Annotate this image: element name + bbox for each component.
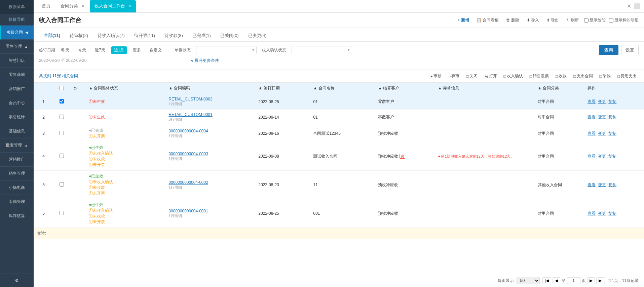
sidebar-item-online-store[interactable]: 零售商城 — [0, 68, 34, 82]
close-btn[interactable]: □ 关闭 — [464, 73, 479, 80]
select-all-checkbox[interactable] — [60, 86, 64, 90]
show-detail-checkbox-label[interactable]: 显示标的明细 — [609, 17, 639, 23]
setting-button[interactable]: 设置 — [621, 45, 639, 55]
confirm-status-select[interactable] — [292, 46, 352, 54]
page-last-btn[interactable]: ▶| — [596, 277, 605, 284]
show-fields-checkbox[interactable] — [584, 18, 589, 23]
row-checkbox[interactable] — [60, 131, 64, 135]
sidebar-item-basic-info[interactable]: 基础信息 — [0, 124, 34, 138]
row-checkbox[interactable] — [60, 115, 64, 119]
gear-settings-icon[interactable]: ⚙ — [73, 86, 77, 91]
window-close-icon[interactable]: ✕ — [627, 3, 631, 9]
export-button[interactable]: ⬆ 导出 — [544, 16, 561, 24]
page-next-btn[interactable]: ▶ — [587, 277, 595, 284]
sub-tab-closed[interactable]: 已关闭(0) — [216, 31, 243, 41]
row-checkbox[interactable] — [60, 154, 64, 158]
op-查看-link[interactable]: 查看 — [588, 182, 596, 187]
import-button[interactable]: ⬇ 导入 — [525, 16, 541, 24]
th-gear[interactable]: ⚙ — [70, 83, 85, 94]
cell-checkbox[interactable] — [53, 110, 70, 125]
sub-tab-all[interactable]: 全部(11) — [39, 31, 65, 41]
tab-close-contract-cat[interactable]: ✕ — [81, 4, 84, 8]
sidebar-search[interactable]: 搜索菜单 — [0, 0, 34, 14]
tab-contract-cat[interactable]: 合同分类 ✕ — [56, 0, 89, 12]
sub-tab-changed[interactable]: 已变更(4) — [243, 31, 271, 41]
receipt-btn[interactable]: □ 收款 — [554, 73, 569, 80]
op-查看-link[interactable]: 查看 — [588, 211, 596, 216]
refresh-button[interactable]: ↻ 刷新 — [564, 16, 581, 24]
tab-income-workbench[interactable]: 收入合同工作台 ✕ — [90, 0, 136, 12]
op-查看-link[interactable]: 查看 — [588, 154, 596, 159]
code-link[interactable]: 0000000000004-0003 — [168, 152, 208, 156]
cell-checkbox[interactable] — [53, 125, 70, 142]
sidebar-item-purchase[interactable]: 采购管理 — [0, 195, 34, 209]
sidebar-item-xiaochange[interactable]: 小畅电商 — [0, 181, 34, 195]
date-btn-yesterday[interactable]: 昨天 — [59, 46, 72, 54]
new-button[interactable]: + 新增 — [456, 16, 471, 24]
date-btn-7days[interactable]: 近7天 — [92, 46, 108, 54]
sidebar-item-project[interactable]: 项目合同 ◀ — [0, 26, 34, 40]
doc-status-select[interactable] — [196, 46, 257, 54]
sidebar-item-smart-store[interactable]: 智慧门店 — [0, 54, 34, 68]
row-checkbox[interactable] — [60, 99, 64, 104]
op-变更-link[interactable]: 变更 — [598, 115, 606, 119]
op-复制-link[interactable]: 复制 — [608, 131, 616, 136]
abandon-btn[interactable]: ○ 弃审 — [446, 73, 461, 80]
cell-checkbox[interactable] — [53, 199, 70, 228]
code-link[interactable]: 0000000000004-0002 — [168, 180, 208, 185]
sidebar-item-wholesale[interactable]: 批发管理 ▲ — [0, 138, 34, 153]
op-查看-link[interactable]: 查看 — [588, 99, 596, 104]
op-查看-link[interactable]: 查看 — [588, 115, 596, 119]
sidebar-quick-nav[interactable]: 快捷导航 — [0, 14, 34, 26]
sub-tab-pending-review[interactable]: 待审核(2) — [65, 31, 93, 41]
row-checkbox[interactable] — [60, 182, 64, 187]
op-变更-link[interactable]: 变更 — [598, 211, 606, 216]
op-变更-link[interactable]: 变更 — [598, 154, 606, 159]
code-link[interactable]: 0000000000004-0001 — [168, 209, 208, 213]
sidebar-item-sales-mgr[interactable]: 销售管理 — [0, 167, 34, 181]
review-btn[interactable]: ● 审核 — [428, 73, 444, 80]
code-link[interactable]: 0000000000004-0004 — [168, 129, 208, 133]
print-btn[interactable]: 🖨 打开 — [482, 73, 499, 80]
sidebar-item-mkt-promo[interactable]: 营销推广 — [0, 153, 34, 167]
op-复制-link[interactable]: 复制 — [608, 211, 616, 216]
date-btn-more[interactable]: 更多 — [130, 46, 144, 54]
op-变更-link[interactable]: 变更 — [598, 182, 606, 187]
op-复制-link[interactable]: 复制 — [608, 182, 616, 187]
op-变更-link[interactable]: 变更 — [598, 99, 606, 104]
show-fields-checkbox-label[interactable]: 显示阶段 — [584, 17, 606, 23]
table-scroll-area[interactable]: ⚙ ▲ 合同整体状态 ▲ 合同编码 ▲ 签订日期 ▲ 合同名称 — [34, 83, 644, 274]
tab-close-income-workbench[interactable]: ✕ — [128, 4, 131, 8]
page-input[interactable] — [567, 277, 580, 284]
sub-tab-pending-receipt[interactable]: 待收款(8) — [160, 31, 188, 41]
sub-tab-pending-invoice[interactable]: 待开票(11) — [129, 31, 160, 41]
op-变更-link[interactable]: 变更 — [598, 131, 606, 136]
expense-out-btn[interactable]: □ 费用支出 — [615, 73, 639, 80]
cell-checkbox[interactable] — [53, 142, 70, 171]
purchase-btn[interactable]: □ 采购 — [598, 73, 613, 80]
tab-home[interactable]: 首页 — [37, 0, 55, 12]
page-size-select[interactable]: 50 100 200 — [517, 277, 540, 284]
sidebar-settings[interactable]: ⚙ — [0, 274, 34, 287]
sub-tab-done[interactable]: 已完成(1) — [188, 31, 216, 41]
code-link[interactable]: RETAIL_CUSTOM-0001 — [168, 112, 212, 117]
date-btn-today[interactable]: 今天 — [75, 46, 89, 54]
op-复制-link[interactable]: 复制 — [608, 154, 616, 159]
contract-board-button[interactable]: 📋 合同看板 — [475, 16, 501, 24]
sidebar-item-inventory[interactable]: 库存核算 — [0, 209, 34, 223]
op-查看-link[interactable]: 查看 — [588, 131, 596, 136]
sub-tab-pending-confirm[interactable]: 待收入确认(7) — [93, 31, 129, 41]
date-btn-1month[interactable]: 近1月 — [111, 46, 127, 54]
row-checkbox[interactable] — [60, 211, 64, 215]
sidebar-item-member[interactable]: 会员中心 — [0, 96, 34, 110]
code-link[interactable]: RETAIL_CUSTOM-0003 — [168, 97, 212, 101]
sidebar-item-retail[interactable]: 零售管理 ▲ — [0, 40, 34, 54]
sales-invoice-btn[interactable]: □ 销售发票 — [528, 73, 551, 80]
expense-contract-btn[interactable]: □ 支出合同 — [571, 73, 595, 80]
expand-more-btn[interactable]: ∨ 展开更多条件 — [191, 58, 219, 64]
sidebar-item-marketing[interactable]: 营销推广 — [0, 82, 34, 96]
window-restore-icon[interactable]: ⬜ — [634, 3, 641, 9]
op-复制-link[interactable]: 复制 — [608, 99, 616, 104]
income-confirm-btn[interactable]: □ 收入确认 — [502, 73, 525, 80]
sidebar-item-retail-stat[interactable]: 零售统计 — [0, 110, 34, 124]
